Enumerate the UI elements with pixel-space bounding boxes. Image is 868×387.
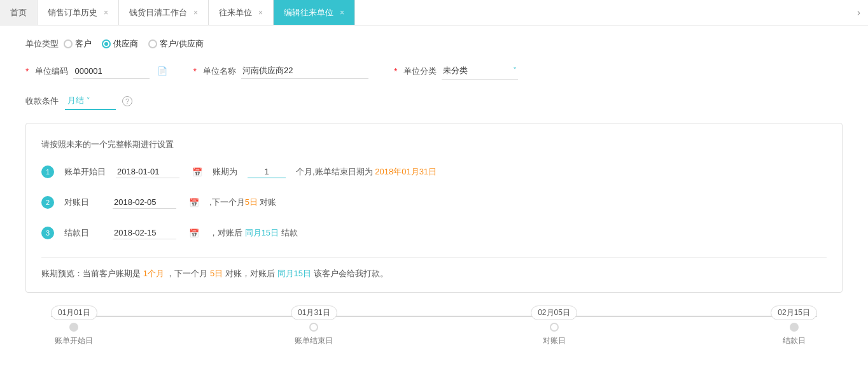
period-highlight-3: 同月15日 <box>245 228 279 237</box>
period-num-input-1[interactable] <box>248 165 286 178</box>
payment-select-value: 月结 <box>67 95 84 106</box>
period-date-input-1[interactable] <box>116 165 179 178</box>
preview-part2: 5日 <box>210 269 223 278</box>
tab-sales-history-label: 销售订单历史 <box>48 7 97 18</box>
payment-label: 收款条件 <box>25 95 59 107</box>
period-row-2: 2 对账日 📅 ,下一个月5日 对账 <box>41 196 827 209</box>
period-date-input-2[interactable] <box>113 196 176 209</box>
radio-both-label: 客户/供应商 <box>160 38 204 50</box>
payment-select[interactable]: 月结 ˅ <box>65 92 116 110</box>
radio-customer[interactable]: 客户 <box>64 38 92 50</box>
timeline-node-1: 01月31日 账单结束日 <box>291 306 337 346</box>
unit-name-group: * 单位名称 <box>193 64 368 79</box>
tab-partner-label: 往来单位 <box>219 7 252 18</box>
radio-supplier[interactable]: 供应商 <box>102 38 138 50</box>
timeline-track: 01月01日 账单开始日 01月31日 账单结束日 02月05日 对账日 02月… <box>25 306 843 346</box>
tab-home[interactable]: 首页 <box>0 0 38 25</box>
timeline-node-3: 02月15日 结款日 <box>771 306 817 346</box>
radio-customer-label: 客户 <box>75 38 92 50</box>
period-desc-prefix-1: 账期为 <box>213 166 237 178</box>
tab-more-arrow[interactable]: › <box>850 0 868 25</box>
timeline-label-2: 对账日 <box>543 335 566 346</box>
timeline-dot-3 <box>790 323 799 332</box>
unit-category-group: * 单位分类 未分类 ˅ <box>394 62 518 80</box>
help-icon-label: ? <box>125 97 129 105</box>
radio-customer-circle <box>64 39 73 48</box>
unit-category-select[interactable]: 未分类 ˅ <box>442 62 518 80</box>
unit-type-label: 单位类型 <box>25 38 59 50</box>
preview-prefix: 账期预览：当前客户账期是 <box>41 269 141 278</box>
period-box: 请按照未来的一个完整帐期进行设置 1 账单开始日 📅 账期为 个月,账单结束日期… <box>25 123 843 293</box>
unit-type-radio-group: 客户 供应商 客户/供应商 <box>64 38 204 50</box>
tab-partner-close[interactable]: × <box>258 8 263 17</box>
timeline-dot-2 <box>550 323 559 332</box>
preview-mid2: 对账，对账后 <box>225 269 275 278</box>
timeline-node-2: 02月05日 对账日 <box>531 306 577 346</box>
period-field-label-3: 结款日 <box>64 227 102 239</box>
payment-select-arrow: ˅ <box>87 97 90 105</box>
timeline-badge-0: 01月01日 <box>51 306 97 320</box>
unit-category-label: 单位分类 <box>403 66 437 77</box>
period-num-1: 1 <box>41 165 54 178</box>
payment-help-icon[interactable]: ? <box>122 96 132 106</box>
timeline-label-3: 结款日 <box>783 335 806 346</box>
tab-edit-partner-close[interactable]: × <box>340 8 344 17</box>
payment-row: 收款条件 月结 ˅ ? <box>25 92 843 110</box>
tab-edit-partner-label: 编辑往来单位 <box>284 7 333 18</box>
tab-edit-partner[interactable]: 编辑往来单位 × <box>274 0 355 25</box>
unit-category-required: * <box>394 66 397 76</box>
tab-cash-flow-label: 钱货日清工作台 <box>129 7 187 18</box>
period-highlight-2: 5日 <box>245 197 258 207</box>
timeline-badge-2: 02月05日 <box>531 306 577 320</box>
unit-info-row: * 单位编码 📄 * 单位名称 * 单位分类 未分类 ˅ <box>25 62 843 80</box>
unit-name-input[interactable] <box>241 64 368 79</box>
preview-part3: 同月15日 <box>277 269 311 278</box>
period-highlight-1: 2018年01月31日 <box>375 167 437 176</box>
main-content: 单位类型 客户 供应商 客户/供应商 * 单位编码 <box>0 25 868 387</box>
period-desc-2: ,下一个月5日 对账 <box>209 197 276 208</box>
timeline-dot-0 <box>69 323 78 332</box>
tab-bar: 首页 销售订单历史 × 钱货日清工作台 × 往来单位 × 编辑往来单位 × › <box>0 0 868 25</box>
period-desc-suffix-1: 个月,账单结束日期为 2018年01月31日 <box>296 166 437 178</box>
timeline-dot-1 <box>309 323 318 332</box>
preview-mid1: ，下一个月 <box>166 269 207 278</box>
tab-cash-flow-close[interactable]: × <box>193 8 198 17</box>
unit-code-icon[interactable]: 📄 <box>157 66 167 76</box>
period-desc-3: ，对账后 同月15日 结款 <box>209 227 298 239</box>
unit-category-arrow: ˅ <box>513 66 517 75</box>
radio-both-circle <box>148 39 157 48</box>
period-cal-icon-3[interactable]: 📅 <box>189 229 199 238</box>
period-field-label-1: 账单开始日 <box>64 166 106 178</box>
tab-partner[interactable]: 往来单位 × <box>209 0 274 25</box>
period-cal-icon-1[interactable]: 📅 <box>192 167 202 177</box>
preview-row: 账期预览：当前客户账期是 1个月 ，下一个月 5日 对账，对账后 同月15日 该… <box>41 257 827 279</box>
unit-type-row: 单位类型 客户 供应商 客户/供应商 <box>25 38 843 50</box>
tab-sales-history-close[interactable]: × <box>104 8 108 17</box>
radio-both[interactable]: 客户/供应商 <box>148 38 204 50</box>
unit-code-group: * 单位编码 📄 <box>25 64 167 79</box>
period-date-input-3[interactable] <box>113 227 176 239</box>
timeline-badge-1: 01月31日 <box>291 306 337 320</box>
tab-sales-history[interactable]: 销售订单历史 × <box>38 0 119 25</box>
tab-cash-flow[interactable]: 钱货日清工作台 × <box>119 0 209 25</box>
timeline-section: 01月01日 账单开始日 01月31日 账单结束日 02月05日 对账日 02月… <box>25 306 843 346</box>
period-num-3: 3 <box>41 227 54 239</box>
radio-supplier-label: 供应商 <box>113 38 138 50</box>
unit-name-required: * <box>193 66 196 76</box>
unit-category-value: 未分类 <box>443 65 510 76</box>
period-title: 请按照未来的一个完整帐期进行设置 <box>41 139 827 150</box>
tab-home-label: 首页 <box>10 7 27 18</box>
period-num-2: 2 <box>41 196 54 209</box>
unit-type-group: 单位类型 客户 供应商 客户/供应商 <box>25 38 204 50</box>
period-row-1: 1 账单开始日 📅 账期为 个月,账单结束日期为 2018年01月31日 <box>41 165 827 178</box>
timeline-label-1: 账单结束日 <box>295 335 333 346</box>
radio-supplier-circle <box>102 39 111 48</box>
unit-name-label: 单位名称 <box>203 66 236 77</box>
timeline-nodes-wrap: 01月01日 账单开始日 01月31日 账单结束日 02月05日 对账日 02月… <box>25 306 843 346</box>
unit-code-input[interactable] <box>73 64 150 79</box>
preview-part1: 1个月 <box>143 269 164 278</box>
unit-code-required: * <box>25 66 29 76</box>
period-cal-icon-2[interactable]: 📅 <box>189 198 199 208</box>
unit-code-label: 单位编码 <box>35 66 68 77</box>
period-row-3: 3 结款日 📅 ，对账后 同月15日 结款 <box>41 227 827 239</box>
